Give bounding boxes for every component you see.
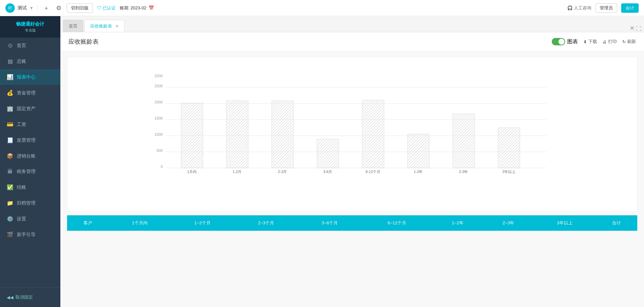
- svg-text:3年以上: 3年以上: [502, 170, 515, 174]
- sidebar-label-closing: 结账: [17, 184, 26, 190]
- sidebar-item-home[interactable]: ⊙ 首页: [0, 38, 60, 53]
- chart-toggle[interactable]: [552, 38, 565, 45]
- sidebar: 畅捷通好会计 专业版 ⊙ 首页 ▤ 总账 📊 报表中心 💰 资金管理 🏢 固: [0, 16, 60, 307]
- sidebar-scroll: ⊙ 首页 ▤ 总账 📊 报表中心 💰 资金管理 🏢 固定资产 💳 工资: [0, 38, 60, 287]
- logo-sub: 专业版: [25, 28, 36, 33]
- content-actions: 图表 ⬇ 下载 🖨 打印 ↻ 刷新: [552, 38, 636, 45]
- company-logo-icon: 好: [5, 3, 15, 13]
- closing-icon: ✅: [7, 184, 13, 190]
- assets-icon: 🏢: [7, 105, 13, 112]
- certified-badge: 🛡 已认证: [97, 5, 116, 11]
- svg-text:1月内: 1月内: [187, 170, 197, 174]
- manager-role-button[interactable]: 管理员: [595, 3, 617, 13]
- tab-aging-close[interactable]: ✕: [115, 24, 119, 29]
- ledger-icon: ▤: [7, 58, 13, 64]
- sidebar-item-reports[interactable]: 📊 报表中心: [0, 69, 60, 85]
- print-button[interactable]: 🖨 打印: [602, 39, 617, 45]
- sidebar-item-assets[interactable]: 🏢 固定资产: [0, 101, 60, 117]
- svg-text:6-12个月: 6-12个月: [366, 170, 380, 174]
- logo-title: 畅捷通好会计: [16, 21, 44, 27]
- sidebar-label-funds: 资金管理: [17, 90, 36, 96]
- shield-icon: 🛡: [97, 5, 101, 10]
- sidebar-item-ledger[interactable]: ▤ 总账: [0, 53, 60, 69]
- chart-svg-container: 0 500 1000 1500 2000 2500 2500: [67, 57, 637, 211]
- salary-icon: 💳: [7, 121, 13, 128]
- col-2-3years: 2~3年: [483, 215, 534, 231]
- panel-close-button[interactable]: ✕: [630, 25, 635, 32]
- sidebar-label-home: 首页: [17, 43, 26, 49]
- sidebar-label-assets: 固定资产: [17, 106, 36, 112]
- company-selector[interactable]: 好 测试 ▼: [5, 3, 34, 13]
- panel-expand-button[interactable]: ⛶: [636, 26, 641, 32]
- sidebar-label-tax: 税务管理: [17, 169, 36, 175]
- add-button[interactable]: ＋: [42, 3, 51, 13]
- svg-text:3-6月: 3-6月: [323, 170, 332, 174]
- svg-text:1-2月: 1-2月: [233, 170, 242, 174]
- sidebar-item-invoice[interactable]: 🧾 发票管理: [0, 132, 60, 148]
- unfix-button[interactable]: ◀◀ 取消固定: [0, 291, 60, 304]
- svg-text:2500: 2500: [155, 74, 163, 78]
- aging-table-container: 客户 1个月内 1~2个月 2~3个月 3~6个月 6~12个月 1~2年 2~…: [67, 215, 637, 231]
- col-3-6months: 3~6个月: [298, 215, 362, 231]
- sidebar-item-funds[interactable]: 💰 资金管理: [0, 85, 60, 101]
- page-title: 应收账龄表: [68, 38, 99, 46]
- old-version-button[interactable]: 切到旧版: [67, 3, 93, 13]
- col-1-2years: 1~2年: [432, 215, 483, 231]
- col-3plus-years: 3年以上: [534, 215, 595, 231]
- layout: 畅捷通好会计 专业版 ⊙ 首页 ▤ 总账 📊 报表中心 💰 资金管理 🏢 固: [0, 16, 644, 307]
- consult-label: 人工咨询: [574, 5, 591, 11]
- svg-text:0: 0: [161, 165, 163, 169]
- sidebar-label-reports: 报表中心: [17, 74, 36, 80]
- svg-text:2-3年: 2-3年: [459, 170, 468, 174]
- download-button[interactable]: ⬇ 下载: [583, 39, 597, 45]
- sidebar-item-salary[interactable]: 💳 工资: [0, 117, 60, 132]
- consult-button[interactable]: 🎧 人工咨询: [567, 5, 591, 11]
- tax-icon: 🏛: [7, 169, 13, 175]
- home-icon: ⊙: [7, 42, 13, 49]
- svg-text:1-2年: 1-2年: [414, 170, 423, 174]
- tab-aging[interactable]: 应收账龄表 ✕: [85, 20, 124, 32]
- refresh-button[interactable]: ↻ 刷新: [622, 39, 636, 45]
- reports-icon: 📊: [7, 74, 13, 80]
- calendar-icon[interactable]: 📅: [149, 5, 154, 10]
- svg-rect-14: [181, 103, 203, 168]
- sidebar-item-closing[interactable]: ✅ 结账: [0, 179, 60, 195]
- col-total: 合计: [596, 215, 637, 231]
- svg-rect-20: [317, 139, 339, 168]
- chart-toggle-wrap: 图表: [552, 38, 578, 45]
- headset-icon: 🎧: [567, 5, 573, 10]
- sidebar-item-tax[interactable]: 🏛 税务管理: [0, 164, 60, 179]
- period-label: 账期: [120, 5, 128, 11]
- tab-aging-label: 应收账龄表: [90, 23, 112, 29]
- sidebar-label-invoice: 发票管理: [17, 137, 36, 143]
- company-name: 测试: [17, 5, 27, 11]
- svg-text:500: 500: [157, 148, 163, 152]
- settings-button[interactable]: ⚙: [55, 3, 63, 13]
- sidebar-bottom: ◀◀ 取消固定: [0, 287, 60, 307]
- sidebar-item-guide[interactable]: 🎬 新手引导: [0, 227, 60, 243]
- tabs-bar: 首页 应收账龄表 ✕ ✕ ⛶: [60, 16, 644, 32]
- content-header: 应收账龄表 图表 ⬇ 下载 🖨 打印 ↻: [60, 32, 644, 51]
- sidebar-item-archive[interactable]: 📁 归档管理: [0, 195, 60, 211]
- sidebar-logo: 畅捷通好会计 专业版: [0, 16, 60, 38]
- sidebar-label-salary: 工资: [17, 122, 26, 128]
- svg-text:2-3月: 2-3月: [278, 170, 287, 174]
- svg-text:1000: 1000: [155, 132, 163, 136]
- sidebar-label-archive: 归档管理: [17, 200, 36, 206]
- tab-home[interactable]: 首页: [63, 20, 83, 32]
- main-area: 首页 应收账龄表 ✕ ✕ ⛶ 应收账龄表 图表 ⬇: [60, 16, 644, 307]
- company-dropdown-icon: ▼: [30, 6, 34, 10]
- settings-icon: ⚙️: [7, 216, 13, 222]
- sidebar-item-settings[interactable]: ⚙️ 设置: [0, 211, 60, 227]
- chart-toggle-label: 图表: [567, 38, 578, 45]
- col-2-3months: 2~3个月: [234, 215, 298, 231]
- period-value: 2023-02: [130, 5, 147, 10]
- guide-icon: 🎬: [7, 231, 13, 238]
- col-6-12months: 6~12个月: [362, 215, 432, 231]
- tab-home-label: 首页: [69, 23, 77, 29]
- svg-rect-16: [226, 101, 248, 168]
- sidebar-label-sales: 进销台账: [17, 153, 36, 159]
- sidebar-item-sales[interactable]: 📦 进销台账: [0, 148, 60, 164]
- accountant-role-button[interactable]: 会计: [621, 3, 639, 13]
- svg-rect-22: [362, 100, 384, 168]
